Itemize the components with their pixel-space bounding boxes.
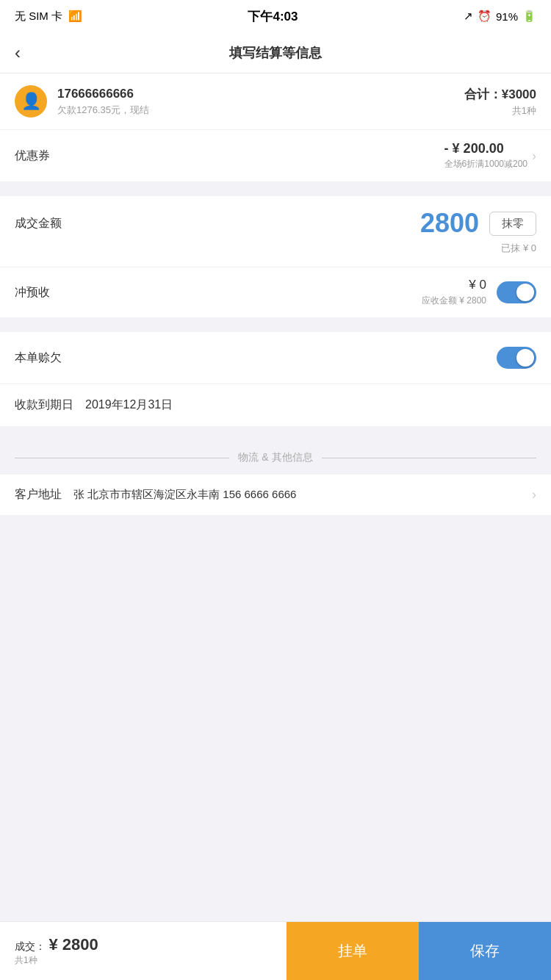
header-line-right xyxy=(322,458,536,458)
prereceive-amount: ¥ 0 xyxy=(422,278,486,292)
address-value: 张 北京市市辖区海淀区永丰南 156 6666 6666 xyxy=(73,486,525,503)
section-divider-2 xyxy=(0,325,551,332)
user-debt: 欠款1276.35元，现结 xyxy=(57,104,149,117)
deal-amount: ¥ 2800 xyxy=(48,935,98,954)
user-phone: 17666666666 xyxy=(57,87,149,101)
due-label: 收款到期日 xyxy=(15,397,73,413)
user-card: 👤 17666666666 欠款1276.35元，现结 合计：¥3000 共1种… xyxy=(0,73,551,181)
round-button[interactable]: 抹零 xyxy=(489,212,536,236)
bottom-actions: 挂单 保存 xyxy=(287,922,551,980)
amount-right: 2800 抹零 xyxy=(420,208,536,239)
debit-label: 本单赊欠 xyxy=(15,350,62,366)
prereceive-toggle[interactable] xyxy=(497,281,536,303)
bottom-summary: 成交： ¥ 2800 共1种 xyxy=(0,935,287,967)
coupon-desc: 全场6折满1000减200 xyxy=(444,158,527,170)
debit-row: 本单赊欠 xyxy=(0,332,551,383)
coupon-row[interactable]: 优惠券 - ¥ 200.00 全场6折满1000减200 › xyxy=(0,129,551,181)
alarm-icon: ⏰ xyxy=(478,10,491,23)
debit-card: 本单赊欠 收款到期日 2019年12月31日 xyxy=(0,332,551,426)
due-value: 2019年12月31日 xyxy=(85,397,173,413)
battery-text: 91% xyxy=(496,10,518,23)
hang-button[interactable]: 挂单 xyxy=(287,922,419,980)
user-info: 17666666666 欠款1276.35元，现结 xyxy=(57,87,149,117)
amount-label: 成交金额 xyxy=(15,216,62,231)
header-line-left xyxy=(15,458,229,458)
avatar-icon: 👤 xyxy=(21,92,41,111)
address-label: 客户地址 xyxy=(15,487,66,502)
bottom-bar: 成交： ¥ 2800 共1种 挂单 保存 xyxy=(0,921,551,980)
coupon-amount: - ¥ 200.00 xyxy=(444,141,527,156)
wifi-icon: 📶 xyxy=(68,10,82,23)
status-bar: 无 SIM 卡 📶 下午4:03 ↗ ⏰ 91% 🔋 xyxy=(0,0,551,32)
coupon-chevron: › xyxy=(532,148,536,164)
amount-value: 2800 xyxy=(420,208,479,239)
coupon-label: 优惠券 xyxy=(15,148,50,164)
prereceive-right: ¥ 0 应收金额 ¥ 2800 xyxy=(422,278,536,307)
amount-sub: 已抹 ¥ 0 xyxy=(15,242,536,255)
location-icon: ↗ xyxy=(464,10,473,23)
page-title: 填写结算等信息 xyxy=(229,44,322,62)
back-button[interactable]: ‹ xyxy=(15,37,29,69)
save-button[interactable]: 保存 xyxy=(419,922,551,980)
address-row[interactable]: 客户地址 张 北京市市辖区海淀区永丰南 156 6666 6666 › xyxy=(0,475,551,515)
coupon-right-block: - ¥ 200.00 全场6折满1000减200 xyxy=(444,141,527,170)
status-right: ↗ ⏰ 91% 🔋 xyxy=(464,10,536,23)
deal-row: 成交： ¥ 2800 xyxy=(15,935,272,954)
content: 👤 17666666666 欠款1276.35元，现结 合计：¥3000 共1种… xyxy=(0,73,551,691)
debit-toggle[interactable] xyxy=(497,347,536,369)
deal-label: 成交： xyxy=(15,940,46,952)
amount-section: 成交金额 2800 抹零 已抹 ¥ 0 xyxy=(0,196,551,267)
prereceive-sub: 应收金额 ¥ 2800 xyxy=(422,295,486,307)
section-divider-1 xyxy=(0,189,551,196)
prereceive-amount-block: ¥ 0 应收金额 ¥ 2800 xyxy=(422,278,486,307)
deal-count: 共1种 xyxy=(15,954,272,967)
logistics-header: 物流 & 其他信息 xyxy=(0,441,551,475)
header-text: 物流 & 其他信息 xyxy=(238,451,312,464)
deal-amount-card: 成交金额 2800 抹零 已抹 ¥ 0 冲预收 ¥ 0 应收金额 ¥ 2800 xyxy=(0,196,551,317)
address-chevron: › xyxy=(532,487,536,502)
coupon-right: - ¥ 200.00 全场6折满1000减200 › xyxy=(444,141,536,170)
battery-icon: 🔋 xyxy=(522,10,536,23)
amount-row: 成交金额 2800 抹零 xyxy=(15,208,536,239)
no-sim-text: 无 SIM 卡 xyxy=(15,10,62,24)
bottom-gray xyxy=(0,522,551,625)
user-info-row: 👤 17666666666 欠款1276.35元，现结 合计：¥3000 共1种 xyxy=(0,73,551,129)
status-time: 下午4:03 xyxy=(248,8,298,25)
total-count: 共1种 xyxy=(464,104,536,118)
section-divider-3 xyxy=(0,433,551,441)
nav-bar: ‹ 填写结算等信息 xyxy=(0,32,551,73)
avatar: 👤 xyxy=(15,85,47,118)
status-left: 无 SIM 卡 📶 xyxy=(15,10,82,24)
user-right: 合计：¥3000 共1种 xyxy=(464,86,536,118)
due-row: 收款到期日 2019年12月31日 xyxy=(0,383,551,426)
prereceive-label: 冲预收 xyxy=(15,285,50,300)
prereceive-row: 冲预收 ¥ 0 应收金额 ¥ 2800 xyxy=(0,267,551,317)
user-left: 👤 17666666666 欠款1276.35元，现结 xyxy=(15,85,149,118)
total-amount: 合计：¥3000 xyxy=(464,86,536,103)
